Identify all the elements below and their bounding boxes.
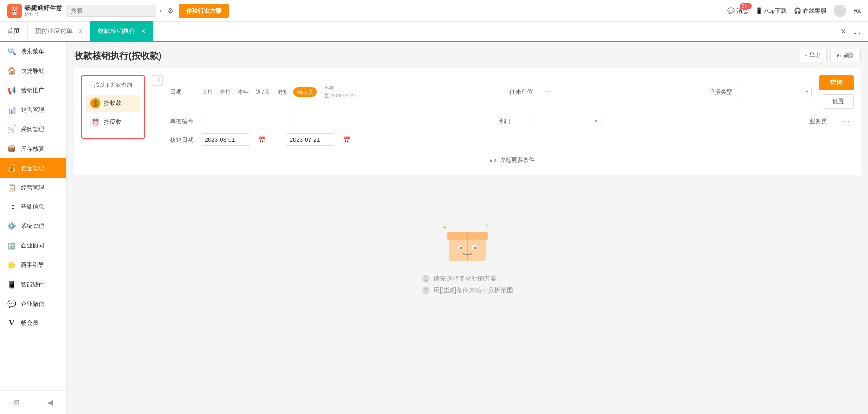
verify-end-calendar-icon[interactable]: 📅 [343, 136, 350, 143]
date-7days-btn[interactable]: 近7天 [254, 87, 272, 97]
export-label: 导出 [809, 52, 821, 60]
empty-hint-1: 1 请先选择要分析的方案 [422, 275, 513, 283]
enterprise-icon: 🏢 [7, 241, 16, 250]
system-icon: ⚙️ [7, 222, 16, 230]
filter-settings-btn[interactable]: 设置 [823, 94, 854, 109]
industry-btn[interactable]: 体验行业方案 [179, 4, 229, 18]
sidebar-item-search[interactable]: 🔍 搜索菜单 [0, 42, 66, 61]
app-download-btn[interactable]: 📱 App下载 [755, 7, 787, 15]
refresh-btn[interactable]: ↻ 刷新 [830, 49, 861, 62]
user-name: Rit [854, 7, 861, 14]
date-nolimit-text: 不限 [324, 85, 356, 91]
tab-prepay-label: 预付冲应付单 [35, 27, 73, 35]
sidebar-item-finance[interactable]: 💰 资金管理 [0, 158, 66, 178]
sidebar-item-guide[interactable]: 🌟 新手引导 [0, 255, 66, 275]
filter-option-receipt[interactable]: 💲 按收款 [86, 95, 140, 112]
date-quick-group: 上月 本月 本年 近7天 更多 自定义 [200, 87, 317, 97]
empty-hint-2: 2 用[过滤]条件来缩小分析范围 [422, 286, 513, 295]
dropdown-icon[interactable]: ▾ [159, 8, 162, 14]
filter-panel: 按以下方案查询 💲 按收款 ⏰ 按应收 《 日期 [74, 68, 861, 175]
tab-prepay[interactable]: 预付冲应付单 ✕ [28, 21, 90, 41]
filter-row-3: 核销日期 📅 — 📅 [170, 133, 854, 146]
docno-input[interactable] [201, 115, 291, 127]
sidebar-item-system[interactable]: ⚙️ 系统管理 [0, 216, 66, 236]
receivable-icon: ⏰ [90, 117, 100, 127]
doctype-select[interactable] [740, 86, 812, 98]
tab-close-all-btn[interactable]: ✕ [839, 25, 848, 38]
staff-select-btn[interactable]: ··· [839, 115, 854, 127]
receipt-icon: 💲 [90, 98, 100, 108]
tab-home[interactable]: 首页 [0, 21, 28, 41]
page-title: 收款核销执行(按收款) [74, 50, 161, 62]
main-layout: 🔍 搜索菜单 🏠 快捷导航 📢 营销推广 📊 销售管理 🛒 采购管理 📦 库存核… [0, 42, 868, 414]
settings-icon-btn[interactable]: ⚙ [165, 5, 175, 17]
sidebar-item-basic[interactable]: 🗂 基础信息 [0, 197, 66, 216]
date-custom-badge[interactable]: 自定义 [293, 87, 317, 97]
service-icon: 🎧 [794, 7, 801, 14]
collapse-more-label: 收起更多条件 [500, 156, 535, 164]
date-this-year-btn[interactable]: 本年 [236, 87, 250, 97]
user-avatar[interactable] [834, 5, 846, 17]
sidebar-item-member[interactable]: V 畅会员 [0, 314, 66, 333]
tab-collection[interactable]: 收款核销执行 ✕ [90, 21, 153, 41]
sidebar-label-quicknav: 快捷导航 [21, 67, 44, 75]
date-this-month-btn[interactable]: 本月 [218, 87, 232, 97]
sidebar-bottom: ⚙ ◀ [0, 390, 66, 414]
page-title-bar: 收款核销执行(按收款) ↑ 导出 ↻ 刷新 [74, 49, 861, 62]
content-area: 收款核销执行(按收款) ↑ 导出 ↻ 刷新 按以下方案查询 💲 [67, 42, 868, 414]
sidebar-label-guide: 新手引导 [21, 261, 44, 269]
partner-label: 往来单位 [509, 88, 533, 96]
sidebar-item-operations[interactable]: 📋 经营管理 [0, 178, 66, 197]
brand-icon: 🐰 [7, 4, 22, 18]
sidebar-item-enterprise[interactable]: 🏢 企业协同 [0, 236, 66, 255]
date-more-btn[interactable]: 更多 [275, 87, 290, 97]
sidebar-collapse-btn[interactable]: ◀ [44, 396, 57, 409]
date-label: 日期 [170, 88, 193, 96]
sidebar-settings-btn[interactable]: ⚙ [10, 396, 24, 409]
sidebar-label-inventory: 库存核算 [21, 145, 44, 153]
collapse-more-btn[interactable]: ∧∧ 收起更多条件 [170, 152, 854, 168]
dept-select-wrapper [529, 115, 601, 127]
online-service-btn[interactable]: 🎧 在线客服 [794, 7, 826, 15]
verify-start-input[interactable] [201, 133, 250, 146]
sidebar: 🔍 搜索菜单 🏠 快捷导航 📢 营销推广 📊 销售管理 🛒 采购管理 📦 库存核… [0, 42, 67, 414]
sidebar-item-quicknav[interactable]: 🏠 快捷导航 [0, 61, 66, 81]
sidebar-item-marketing[interactable]: 📢 营销推广 [0, 81, 66, 100]
tab-prepay-close[interactable]: ✕ [78, 28, 83, 34]
hint-num-1: 1 [422, 275, 430, 283]
home-icon: 🏠 [7, 67, 16, 75]
partner-select-btn[interactable]: ··· [540, 86, 555, 98]
tab-expand-btn[interactable]: ⛶ [852, 25, 863, 37]
sidebar-item-inventory[interactable]: 📦 库存核算 [0, 139, 66, 158]
top-bar-left: 🐰 畅捷通好生意 标推版 ▾ ⚙ 体验行业方案 [7, 4, 727, 18]
brand-text: 畅捷通好生意 标推版 [24, 4, 62, 18]
verify-end-input[interactable] [286, 133, 335, 146]
verify-start-calendar-icon[interactable]: 📅 [258, 136, 265, 143]
message-badge: 99+ [740, 3, 752, 9]
verify-date-label: 核销日期 [170, 136, 193, 144]
export-btn[interactable]: ↑ 导出 [799, 49, 827, 62]
filter-option-receivable[interactable]: ⏰ 按应收 [86, 114, 140, 131]
sidebar-item-purchase[interactable]: 🛒 采购管理 [0, 119, 66, 139]
filter-sidebar-title: 按以下方案查询 [86, 81, 140, 89]
sidebar-item-hardware[interactable]: 📱 智能硬件 [0, 275, 66, 294]
dept-select[interactable] [529, 115, 601, 127]
sidebar-label-hardware: 智能硬件 [21, 281, 44, 289]
page-actions: ↑ 导出 ↻ 刷新 [799, 49, 861, 62]
top-bar-right: 💬 消息 99+ 📱 App下载 🎧 在线客服 Rit [727, 5, 861, 17]
svg-text:✦: ✦ [481, 233, 484, 237]
message-icon: 💬 [727, 7, 735, 14]
messages-btn[interactable]: 💬 消息 99+ [727, 7, 748, 15]
search-input[interactable] [66, 5, 156, 17]
receipt-label: 按收款 [104, 99, 122, 107]
date-last-month-btn[interactable]: 上月 [200, 87, 214, 97]
sidebar-label-enterprise: 企业协同 [21, 242, 44, 250]
refresh-icon: ↻ [836, 52, 841, 59]
filter-collapse-btn[interactable]: 《 [152, 75, 163, 86]
empty-illustration: ✦ ✦ ✦ [440, 211, 495, 266]
sidebar-item-sales[interactable]: 📊 销售管理 [0, 100, 66, 119]
app-icon: 📱 [755, 7, 763, 14]
query-btn[interactable]: 查询 [819, 75, 854, 90]
tab-collection-close[interactable]: ✕ [141, 28, 146, 34]
sidebar-item-wechat[interactable]: 💬 企业微信 [0, 294, 66, 314]
